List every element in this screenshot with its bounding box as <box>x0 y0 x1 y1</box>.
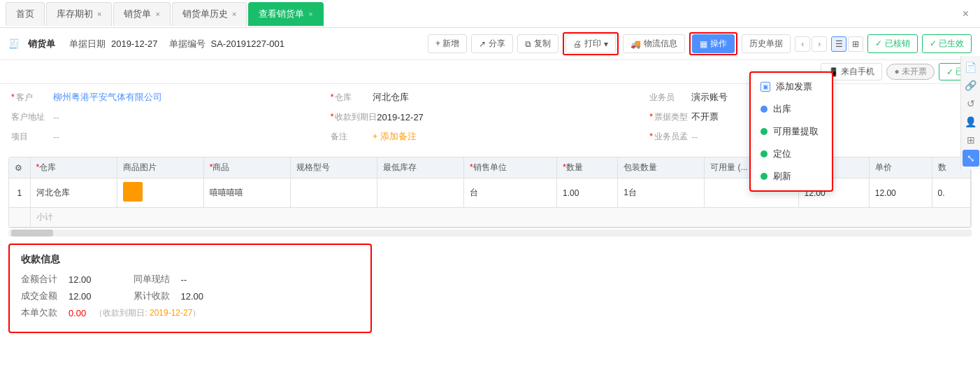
amount-total-field: 金额合计 12.00 <box>21 273 92 286</box>
col-settings[interactable]: ⚙ <box>9 157 30 178</box>
tab-sales-history-close[interactable]: × <box>232 10 236 18</box>
cell-product: 嘻嘻嘻嘻 <box>203 178 290 208</box>
doc-icon: 🧾 <box>8 38 20 49</box>
amount-total-value: 12.00 <box>69 274 92 285</box>
share-button[interactable]: ↗ 分享 <box>471 34 513 53</box>
tab-view-sales-close[interactable]: × <box>308 10 312 18</box>
salesperson-label: 业务员孟 <box>649 131 691 143</box>
warehouse-value: 河北仓库 <box>373 91 409 104</box>
col-quantity: *数量 <box>556 157 617 178</box>
sidebar-doc-icon[interactable]: 📄 <box>963 59 979 76</box>
employee-value: 演示账号 <box>691 91 728 104</box>
cell-row-num: 1 <box>9 178 30 208</box>
payment-row-3: 本单欠款 0.00 （收款到期日: 2019-12-27） <box>21 307 359 319</box>
col-sales-unit: *销售单位 <box>463 157 556 178</box>
tab-home-label: 首页 <box>16 8 34 20</box>
logistics-button[interactable]: 🚚 物流信息 <box>623 34 685 53</box>
order-balance-suffix: （收款到期日: 2019-12-27） <box>94 307 201 319</box>
payment-row-1: 金额合计 12.00 同单现结 -- <box>21 273 359 286</box>
refresh-label: 刷新 <box>773 170 791 183</box>
col-spec: 规格型号 <box>290 157 377 178</box>
horizontal-scrollbar[interactable] <box>8 230 972 237</box>
customer-value[interactable]: 柳州粤港平安气体有限公司 <box>53 91 162 104</box>
subtotal-row: 小计 <box>9 208 971 227</box>
cumulative-payment-label: 累计收款 <box>134 290 175 302</box>
customer-label: 客户 <box>11 92 53 104</box>
subtotal-label: 小计 <box>30 208 971 227</box>
window-close-button[interactable]: × <box>957 8 974 20</box>
tab-inventory-init[interactable]: 库存期初 × <box>46 2 112 26</box>
truck-icon: 🚚 <box>630 39 641 49</box>
sidebar-link-icon[interactable]: 🔗 <box>963 77 979 94</box>
customer-field: 客户 柳州粤港平安气体有限公司 <box>11 91 331 104</box>
address-label: 客户地址 <box>11 111 53 123</box>
project-field: 项目 -- <box>11 131 331 143</box>
prev-arrow[interactable]: ‹ <box>795 36 810 52</box>
history-button[interactable]: 历史单据 <box>742 34 791 53</box>
operations-button[interactable]: ▦ 操作 <box>692 34 735 53</box>
deal-amount-value: 12.00 <box>69 291 92 302</box>
doc-date-label: 单据日期 2019-12-27 <box>69 38 158 50</box>
new-button[interactable]: + 新增 <box>428 34 467 53</box>
invoice-type-label: 票据类型 <box>649 111 691 123</box>
next-arrow[interactable]: › <box>812 36 827 52</box>
tab-view-sales[interactable]: 查看销货单 × <box>248 2 323 26</box>
sidebar-table-icon[interactable]: ⊞ <box>963 132 979 148</box>
add-note-button[interactable]: + 添加备注 <box>373 130 417 143</box>
note-field: 备注 + 添加备注 <box>331 130 650 143</box>
dropdown-outbound[interactable]: 出库 <box>751 98 832 120</box>
main-toolbar: 🧾 销货单 单据日期 2019-12-27 单据编号 SA-20191227-0… <box>0 28 980 60</box>
tab-bar: 首页 库存期初 × 销货单 × 销货单历史 × 查看销货单 × × <box>0 0 980 28</box>
cell-spec <box>290 178 377 208</box>
invoice-type-value: 不开票 <box>691 111 719 123</box>
print-button[interactable]: 🖨 打印 ▾ <box>565 34 616 53</box>
tab-view-sales-label: 查看销货单 <box>259 8 304 20</box>
locate-dot <box>761 150 768 157</box>
same-order-settle-value: -- <box>181 274 187 285</box>
same-order-settle-field: 同单现结 -- <box>134 273 187 286</box>
sidebar-resize-icon[interactable]: ⤡ <box>963 150 979 167</box>
view-icons: ☰ ⊞ <box>831 36 863 52</box>
toolbar-right: + 新增 ↗ 分享 ⧉ 复制 🖨 打印 ▾ 🚚 <box>428 32 972 55</box>
project-label: 项目 <box>11 131 53 143</box>
subtotal-cell <box>9 208 30 227</box>
list-view-button[interactable]: ☰ <box>831 36 846 52</box>
doc-number: 单据编号 SA-20191227-001 <box>169 38 285 50</box>
dropdown-locate[interactable]: 定位 <box>751 143 832 165</box>
order-balance-label: 本单欠款 <box>21 307 63 319</box>
col-min-stock: 最低库存 <box>377 157 463 178</box>
warehouse-field: 仓库 河北仓库 <box>331 91 650 104</box>
cell-min-stock <box>377 178 463 208</box>
address-field: 客户地址 -- <box>11 111 331 123</box>
deal-amount-label: 成交金额 <box>21 290 63 302</box>
copy-button[interactable]: ⧉ 复制 <box>517 34 559 53</box>
print-icon: 🖨 <box>573 39 582 49</box>
tab-sales-order-label: 销货单 <box>124 8 151 20</box>
tab-sales-order[interactable]: 销货单 × <box>113 2 170 26</box>
print-dropdown-icon: ▾ <box>604 39 608 49</box>
right-sidebar: 📄 🔗 ↺ 👤 ⊞ ⤡ <box>960 56 980 169</box>
dropdown-available-qty[interactable]: 可用量提取 <box>751 120 832 143</box>
sidebar-reload-icon[interactable]: ↺ <box>963 95 979 112</box>
yihexiao-button[interactable]: ✓ 已核销 <box>867 34 917 53</box>
tab-home[interactable]: 首页 <box>6 2 45 26</box>
tab-inventory-init-close[interactable]: × <box>97 10 101 18</box>
payment-info-box: 收款信息 金额合计 12.00 同单现结 -- 成交金额 12.00 累计收款 <box>8 244 372 333</box>
dropdown-refresh[interactable]: 刷新 <box>751 165 832 188</box>
address-value: -- <box>53 112 59 122</box>
due-date-field: 收款到期日 2019-12-27 <box>331 111 650 123</box>
tab-sales-order-close[interactable]: × <box>155 10 159 18</box>
sidebar-user-icon[interactable]: 👤 <box>963 113 979 130</box>
dropdown-add-invoice[interactable]: ▣ 添加发票 <box>751 76 832 98</box>
cumulative-payment-field: 累计收款 12.00 <box>134 290 204 302</box>
tab-sales-history[interactable]: 销货单历史 × <box>172 2 247 26</box>
warehouse-label: 仓库 <box>331 92 373 104</box>
scroll-thumb[interactable] <box>11 230 53 237</box>
cell-quantity: 1.00 <box>556 178 617 208</box>
grid-view-button[interactable]: ⊞ <box>848 36 863 52</box>
available-qty-dot <box>761 128 768 135</box>
circle-icon: ● <box>894 66 899 76</box>
not-invoiced-badge: ● 未开票 <box>886 64 935 80</box>
yishengxiao-button[interactable]: ✓ 已生效 <box>922 34 972 53</box>
nav-arrows: ‹ › <box>795 36 827 52</box>
